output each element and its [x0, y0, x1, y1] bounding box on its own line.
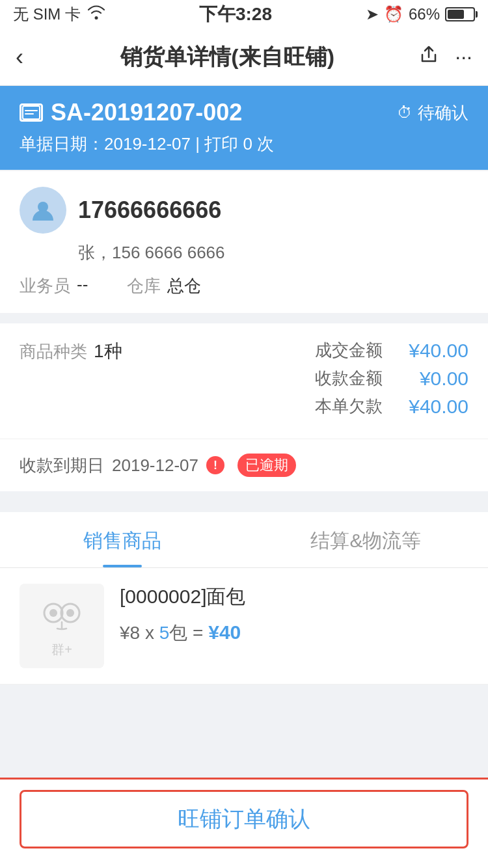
- battery-percentage: 66%: [409, 5, 440, 23]
- location-icon: ➤: [366, 5, 379, 23]
- product-price: ¥8 x 5包 = ¥40: [120, 621, 468, 645]
- customer-name: 张，156 6666 6666: [20, 241, 468, 264]
- sales-label: 业务员: [20, 275, 70, 297]
- order-date: 单据日期：2019-12-07 | 打印 0 次: [20, 133, 468, 156]
- tab-settlement[interactable]: 结算&物流等: [244, 512, 488, 567]
- svg-point-5: [66, 609, 74, 617]
- product-thumbnail: 群+: [20, 584, 104, 668]
- status-right: ➤ ⏰ 66%: [366, 5, 475, 23]
- warehouse-label: 仓库: [127, 275, 161, 297]
- alert-icon: !: [206, 456, 224, 474]
- product-card: 群+ [0000002]面包 ¥8 x 5包 = ¥40: [0, 568, 488, 685]
- product-type-value: 1种: [94, 339, 122, 364]
- carrier-label: 无 SIM 卡: [13, 4, 81, 25]
- logo-plus: 群+: [51, 641, 72, 658]
- received-label: 收款金额: [315, 367, 383, 390]
- customer-row: 17666666666: [20, 187, 468, 234]
- svg-point-4: [49, 609, 57, 617]
- product-logo: [39, 593, 85, 638]
- status-bar: 无 SIM 卡 下午3:28 ➤ ⏰ 66%: [0, 0, 488, 29]
- overdue-badge: 已逾期: [237, 454, 296, 477]
- customer-meta: 业务员 -- 仓库 总仓: [20, 275, 468, 297]
- share-icon[interactable]: [418, 44, 439, 70]
- back-button[interactable]: ‹: [16, 44, 23, 71]
- divider-2: [0, 491, 488, 502]
- order-header: SA-20191207-002 ⏱ 待确认 单据日期：2019-12-07 | …: [0, 86, 488, 170]
- avatar: [20, 187, 66, 234]
- product-type-label: 商品种类: [20, 340, 87, 363]
- tab-products[interactable]: 销售商品: [0, 512, 244, 567]
- warehouse-value: 总仓: [167, 275, 201, 297]
- tabs: 销售商品 结算&物流等: [0, 512, 488, 568]
- nav-actions: ···: [418, 44, 472, 70]
- nav-bar: ‹ 销货单详情(来自旺铺) ···: [0, 29, 488, 86]
- more-icon[interactable]: ···: [455, 45, 472, 69]
- amount-label: 成交金额: [315, 339, 383, 362]
- product-name: [0000002]面包: [120, 584, 468, 610]
- customer-phone: 17666666666: [78, 197, 221, 224]
- divider-1: [0, 313, 488, 323]
- owed-value: ¥40.00: [409, 396, 468, 418]
- svg-rect-0: [23, 106, 40, 119]
- amounts: 成交金额 ¥40.00 收款金额 ¥0.00 本单欠款 ¥40.00: [315, 339, 468, 423]
- wifi-icon: [87, 5, 105, 23]
- product-info: [0000002]面包 ¥8 x 5包 = ¥40: [120, 584, 468, 668]
- confirm-button[interactable]: 旺铺订单确认: [20, 790, 468, 848]
- status-left: 无 SIM 卡: [13, 4, 105, 25]
- owed-label: 本单欠款: [315, 395, 383, 418]
- sales-value: --: [77, 275, 88, 297]
- status-time: 下午3:28: [199, 2, 272, 27]
- status-text: 待确认: [418, 102, 468, 124]
- summary-card: 商品种类 1种 成交金额 ¥40.00 收款金额 ¥0.00 本单欠款 ¥40.…: [0, 323, 488, 439]
- battery-icon: [445, 7, 475, 21]
- due-date-card: 收款到期日 2019-12-07 ! 已逾期: [0, 439, 488, 491]
- amount-value: ¥40.00: [409, 340, 468, 362]
- due-label: 收款到期日: [20, 454, 104, 477]
- received-value: ¥0.00: [420, 368, 468, 390]
- alarm-icon: ⏰: [384, 5, 403, 23]
- customer-card: 17666666666 张，156 6666 6666 业务员 -- 仓库 总仓: [0, 171, 488, 313]
- clock-icon: ⏱: [397, 103, 413, 122]
- order-icon: [20, 103, 43, 122]
- order-status: ⏱ 待确认: [397, 102, 468, 124]
- due-date: 2019-12-07: [112, 455, 198, 476]
- bottom-bar: 旺铺订单确认: [0, 778, 488, 868]
- page-title: 销货单详情(来自旺铺): [36, 42, 418, 72]
- order-id: SA-20191207-002: [20, 99, 242, 126]
